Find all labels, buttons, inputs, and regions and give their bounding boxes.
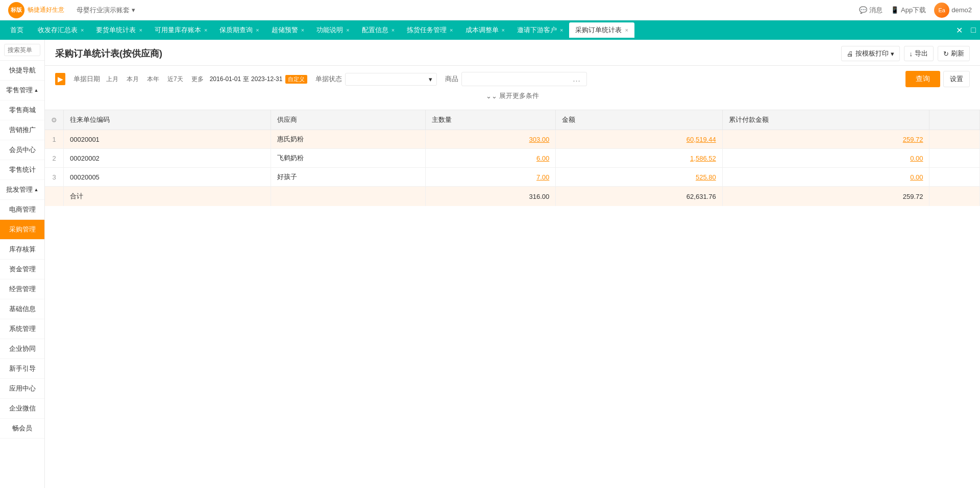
window-max-button[interactable]: □ xyxy=(969,25,978,35)
sidebar-item-operation[interactable]: 经营管理 xyxy=(0,279,44,299)
tab-chachu[interactable]: 超储预警 × xyxy=(265,22,310,38)
tab-kuyong[interactable]: 可用量库存账本 × xyxy=(149,22,213,38)
sidebar-item-wholesale[interactable]: 批发管理 xyxy=(0,180,44,200)
shortcut-this-year[interactable]: 本年 xyxy=(144,74,162,85)
template-print-button[interactable]: 🖨 按模板打印 ▾ xyxy=(841,46,900,61)
close-icon[interactable]: × xyxy=(391,27,395,33)
tab-baozhi[interactable]: 保质期查询 × xyxy=(213,22,265,38)
close-icon[interactable]: × xyxy=(81,27,84,33)
print-icon: 🖨 xyxy=(847,50,853,58)
tab-chengben[interactable]: 成本调整单 × xyxy=(459,22,511,38)
sidebar-item-retail-stats[interactable]: 零售统计 xyxy=(0,160,44,180)
close-icon[interactable]: × xyxy=(450,27,453,33)
sidebar-item-purchase[interactable]: 采购管理 xyxy=(0,220,44,240)
sidebar-item-basic[interactable]: 基础信息 xyxy=(0,299,44,319)
tab-label: 超储预警 xyxy=(272,25,298,35)
chevron-down-icon: ▾ xyxy=(429,75,432,83)
page-header: 采购订单统计表(按供应商) 🖨 按模板打印 ▾ ↓ 导出 ↻ 刷新 xyxy=(45,40,980,66)
sidebar-item-label: 基础信息 xyxy=(9,305,36,313)
td-amount[interactable]: 60,519.44 xyxy=(556,130,722,149)
sidebar-item-wechat[interactable]: 企业微信 xyxy=(0,399,44,419)
filter-group-date: 单据日期 上月 本月 本年 近7天 更多 2016-01-01 至 2023-1… xyxy=(74,74,307,85)
sidebar-item-marketing[interactable]: 营销推广 xyxy=(0,120,44,140)
td-paid[interactable]: 0.00 xyxy=(722,149,929,168)
tab-home[interactable]: 首页 xyxy=(2,22,32,38)
td-paid[interactable]: 259.72 xyxy=(722,130,929,149)
tab-caigou-active[interactable]: 采购订单统计表 × xyxy=(569,22,634,38)
expand-filters-label: 展开更多条件 xyxy=(499,91,539,100)
td-amount[interactable]: 1,586.52 xyxy=(556,149,722,168)
message-button[interactable]: 💬 消息 xyxy=(859,6,883,15)
filter-toggle-button[interactable]: ▶ xyxy=(55,73,65,85)
shortcut-more[interactable]: 更多 xyxy=(188,74,207,85)
tab-peizhi[interactable]: 配置信息 × xyxy=(356,22,401,38)
table-row: 1 00020001 惠氏奶粉 303.00 60,519.44 259.72 xyxy=(45,130,980,149)
sidebar-item-retail-mgmt[interactable]: 零售管理 xyxy=(0,81,44,100)
sidebar-item-shortcut[interactable]: 快捷导航 xyxy=(0,61,44,81)
avatar: Ea xyxy=(934,3,949,18)
sidebar-item-system[interactable]: 系统管理 xyxy=(0,319,44,339)
sidebar-item-members[interactable]: 会员中心 xyxy=(0,140,44,160)
data-table: ⚙ 往来单位编码 供应商 主数量 金额 累计付款金额 1 00020001 惠氏… xyxy=(45,110,980,206)
close-icon[interactable]: × xyxy=(256,27,259,33)
status-select[interactable]: ▾ xyxy=(345,73,437,86)
td-qty[interactable]: 7.00 xyxy=(426,168,556,187)
td-supplier: 好孩子 xyxy=(271,168,425,187)
sidebar-item-label: 零售统计 xyxy=(9,166,36,173)
th-settings[interactable]: ⚙ xyxy=(45,110,64,130)
tab-label: 配置信息 xyxy=(362,25,388,35)
sidebar-item-member[interactable]: 畅会员 xyxy=(0,419,44,439)
close-icon[interactable]: × xyxy=(560,27,563,33)
sidebar-item-label: 库存核算 xyxy=(9,245,36,253)
tab-label: 可用量库存账本 xyxy=(155,25,201,35)
shortcut-this-month[interactable]: 本月 xyxy=(124,74,142,85)
expand-filters-button[interactable]: ⌄⌄ 展开更多条件 xyxy=(486,91,539,100)
settings-button[interactable]: 设置 xyxy=(943,71,970,87)
app-download-button[interactable]: 📱 App下载 xyxy=(891,6,926,15)
tab-jianhuo[interactable]: 拣货任务管理 × xyxy=(401,22,459,38)
sidebar-item-ecommerce[interactable]: 电商管理 xyxy=(0,200,44,220)
tab-yaohuo[interactable]: 要货单统计表 × xyxy=(90,22,148,38)
sidebar-item-finance[interactable]: 资金管理 xyxy=(0,260,44,279)
sidebar-item-retail-shop[interactable]: 零售商城 xyxy=(0,100,44,120)
sidebar-item-label: 采购管理 xyxy=(9,225,36,233)
sidebar-item-appcenter[interactable]: 应用中心 xyxy=(0,379,44,399)
user-menu[interactable]: Ea demo2 xyxy=(934,3,972,18)
refresh-button[interactable]: ↻ 刷新 xyxy=(938,46,970,61)
td-amount[interactable]: 525.80 xyxy=(556,168,722,187)
tf-amount: 62,631.76 xyxy=(556,187,722,207)
page-title: 采购订单统计表(按供应商) xyxy=(55,47,162,60)
search-button[interactable]: 查询 xyxy=(905,71,940,87)
export-button[interactable]: ↓ 导出 xyxy=(904,46,934,61)
close-icon[interactable]: × xyxy=(204,27,207,33)
sidebar-item-label: 畅会员 xyxy=(12,424,32,432)
close-icon[interactable]: × xyxy=(625,27,628,33)
ellipsis-button[interactable]: … xyxy=(570,74,582,84)
td-qty[interactable]: 6.00 xyxy=(426,149,556,168)
window-close-button[interactable]: ✕ xyxy=(954,25,965,35)
more-filters-row: ⌄⌄ 展开更多条件 xyxy=(55,87,970,105)
close-icon[interactable]: × xyxy=(139,27,142,33)
sidebar-item-newguide[interactable]: 新手引导 xyxy=(0,359,44,379)
goods-input[interactable] xyxy=(466,75,568,83)
template-print-label: 按模板打印 xyxy=(855,49,889,58)
close-icon[interactable]: × xyxy=(346,27,349,33)
sidebar-item-inventory[interactable]: 库存核算 xyxy=(0,240,44,260)
system-name: 母婴行业演示账套 xyxy=(77,6,130,15)
close-icon[interactable]: × xyxy=(301,27,304,33)
system-selector[interactable]: 母婴行业演示账套 ▾ xyxy=(77,6,135,15)
search-input[interactable] xyxy=(4,44,40,56)
td-qty[interactable]: 303.00 xyxy=(426,130,556,149)
tab-yaoqing[interactable]: 邀请下游客户 × xyxy=(511,22,569,38)
shortcut-7days[interactable]: 近7天 xyxy=(164,74,186,85)
tab-shouzong[interactable]: 收发存汇总表 × xyxy=(32,22,90,38)
filter-actions: 查询 设置 xyxy=(905,71,970,87)
tab-home-label: 首页 xyxy=(10,25,23,35)
shortcut-last-month[interactable]: 上月 xyxy=(103,74,121,85)
td-paid[interactable]: 0.00 xyxy=(722,168,929,187)
tab-gongneng[interactable]: 功能说明 × xyxy=(310,22,355,38)
sidebar-item-label: 零售商城 xyxy=(9,106,36,114)
sidebar-item-enterprise[interactable]: 企业协同 xyxy=(0,339,44,359)
close-icon[interactable]: × xyxy=(502,27,505,33)
sidebar-item-label: 快捷导航 xyxy=(9,66,36,74)
